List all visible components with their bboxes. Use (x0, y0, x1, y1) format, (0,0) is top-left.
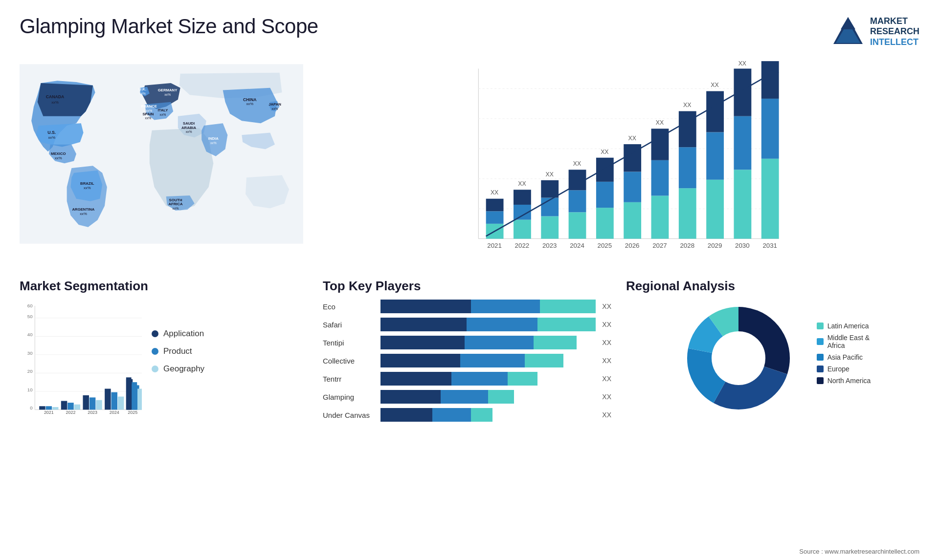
svg-rect-79 (734, 170, 751, 238)
svg-rect-118 (61, 401, 67, 410)
regional-title: Regional Analysis (626, 279, 735, 294)
player-name-glamping: Glamping (323, 393, 377, 401)
svg-rect-51 (541, 216, 559, 239)
bar-chart-svg: XX XX XX XX XX XX (318, 59, 919, 269)
player-row-collective: Collective XX (323, 354, 611, 367)
svg-text:XX: XX (628, 135, 636, 142)
svg-text:xx%: xx% (160, 113, 166, 116)
svg-text:FRANCE: FRANCE (141, 104, 157, 108)
svg-text:XX: XX (683, 102, 691, 108)
svg-text:2026: 2026 (625, 242, 640, 249)
bar-seg (471, 300, 540, 313)
regional-content: Latin America Middle East &Africa Asia P… (680, 300, 871, 417)
bottom-right: Top Key Players Eco XX Safari XX (313, 274, 929, 431)
svg-text:XX: XX (766, 59, 774, 60)
svg-rect-65 (624, 144, 641, 172)
svg-text:ITALY: ITALY (157, 108, 168, 112)
svg-text:50: 50 (27, 314, 33, 319)
svg-rect-67 (651, 196, 669, 239)
svg-text:xx%: xx% (139, 92, 146, 95)
player-bar-eco (380, 300, 596, 313)
product-label: Product (163, 346, 192, 356)
svg-text:SOUTH: SOUTH (169, 198, 182, 202)
svg-rect-59 (596, 208, 614, 238)
svg-text:2023: 2023 (88, 410, 97, 415)
svg-text:xx%: xx% (246, 102, 253, 106)
player-row-tentipi: Tentipi XX (323, 336, 611, 349)
bar-seg (525, 354, 563, 367)
svg-text:AFRICA: AFRICA (168, 202, 183, 206)
svg-text:xx%: xx% (84, 186, 91, 190)
svg-rect-60 (596, 182, 614, 208)
svg-rect-61 (596, 158, 614, 182)
svg-rect-53 (541, 180, 559, 198)
svg-rect-80 (734, 116, 751, 170)
svg-text:XX: XX (656, 119, 664, 126)
bar-seg (488, 390, 514, 404)
svg-rect-84 (761, 99, 779, 159)
player-bar-collective (380, 354, 596, 367)
bar-seg (380, 372, 451, 386)
svg-rect-83 (761, 159, 779, 239)
page-title: Glamping Market Size and Scope (20, 15, 318, 38)
world-map-container: CANADA xx% U.S. xx% MEXICO xx% BRAZIL xx… (20, 59, 303, 249)
bar-seg (508, 372, 538, 386)
logo-icon (831, 15, 865, 49)
svg-text:xx%: xx% (186, 130, 192, 133)
logo-area: MARKET RESEARCH INTELLECT (831, 15, 919, 49)
svg-text:XX: XX (601, 149, 608, 155)
bar-seg (380, 354, 460, 367)
legend-europe: Europe (817, 365, 871, 373)
donut-chart (680, 300, 797, 417)
svg-rect-128 (118, 397, 124, 410)
legend-asia-pacific: Asia Pacific (817, 353, 871, 361)
product-dot (152, 348, 158, 355)
bar-seg (471, 408, 492, 422)
segmentation-chart: 0 10 20 30 40 50 60 (20, 300, 142, 417)
middle-east-label: Middle East &Africa (827, 334, 870, 349)
latin-america-label: Latin America (827, 322, 869, 330)
svg-text:2021: 2021 (44, 410, 54, 415)
bar-seg (465, 336, 534, 349)
player-bar-tentipi (380, 336, 596, 349)
svg-text:0: 0 (30, 405, 33, 410)
bar-seg (441, 390, 488, 404)
svg-text:SAUDI: SAUDI (183, 121, 195, 126)
svg-text:xx%: xx% (210, 141, 217, 145)
svg-point-145 (712, 332, 765, 385)
regional-legend: Latin America Middle East &Africa Asia P… (817, 322, 871, 385)
svg-text:MEXICO: MEXICO (51, 151, 66, 156)
player-value-glamping: XX (602, 393, 611, 401)
europe-color (817, 366, 824, 372)
svg-text:2024: 2024 (570, 242, 584, 249)
svg-rect-124 (96, 400, 102, 410)
legend-geography: Geography (152, 364, 204, 374)
svg-text:ARABIA: ARABIA (181, 126, 196, 130)
player-row-tentrr: Tentrr XX (323, 372, 611, 386)
player-name-tentrr: Tentrr (323, 375, 377, 383)
bar-seg (380, 318, 467, 331)
player-value-tentrr: XX (602, 375, 611, 383)
bar-seg (451, 372, 507, 386)
svg-rect-73 (679, 111, 696, 148)
player-bar-glamping (380, 390, 596, 404)
bar-seg (380, 408, 432, 422)
svg-rect-137 (126, 377, 132, 409)
bar-seg (460, 354, 525, 367)
svg-text:XX: XX (738, 60, 746, 67)
player-name-safari: Safari (323, 321, 377, 329)
svg-text:2024: 2024 (110, 410, 119, 415)
player-row-eco: Eco XX (323, 300, 611, 313)
svg-text:GERMANY: GERMANY (158, 88, 178, 92)
svg-rect-55 (569, 212, 586, 238)
asia-pacific-label: Asia Pacific (827, 353, 863, 361)
svg-text:2025: 2025 (598, 242, 612, 249)
svg-text:XX: XX (518, 180, 526, 187)
svg-text:XX: XX (711, 82, 718, 88)
player-value-tentipi: XX (602, 339, 611, 346)
svg-rect-56 (569, 190, 586, 212)
svg-text:xx%: xx% (48, 135, 55, 140)
bar-seg (380, 336, 465, 349)
middle-east-color (817, 338, 824, 345)
player-value-undercanvas: XX (602, 411, 611, 419)
